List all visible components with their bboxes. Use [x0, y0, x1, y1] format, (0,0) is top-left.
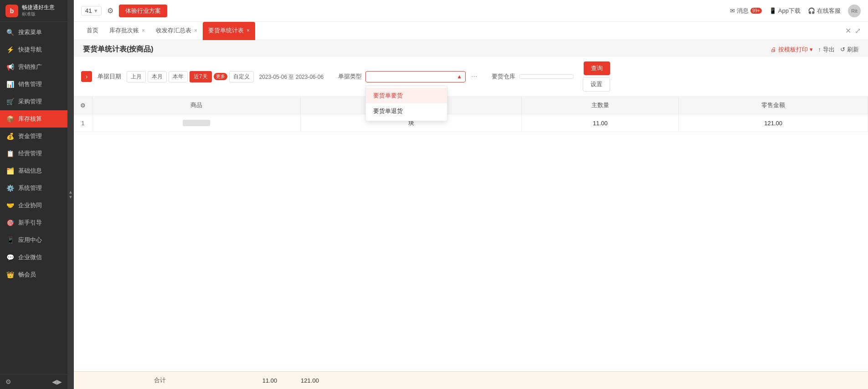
tab-receivable-close-icon[interactable]: ×	[194, 27, 197, 34]
app-version: 标准版	[22, 11, 55, 17]
app-download-button[interactable]: 📱 App下载	[769, 7, 801, 15]
inventory-icon: 📦	[5, 114, 15, 123]
date-last-month-btn[interactable]: 上月	[127, 71, 146, 82]
warehouse-filter-section: 要货仓库	[492, 72, 574, 81]
sidebar-item-wechat[interactable]: 💬 企业微信	[0, 249, 67, 266]
sidebar-item-enterprise[interactable]: 🤝 企业协同	[0, 197, 67, 214]
topbar-settings-icon[interactable]: ⚙	[107, 6, 113, 15]
service-icon: 🎧	[808, 7, 815, 14]
collapse-sidebar-icon[interactable]: ◀▶	[52, 378, 62, 385]
print-chevron-icon: ▾	[810, 46, 813, 53]
topbar-left: 41 ▾ ⚙ 体验行业方案	[81, 5, 167, 17]
th-settings[interactable]: ⚙	[74, 97, 92, 114]
store-selector[interactable]: 41 ▾	[81, 6, 102, 15]
date-this-year-btn[interactable]: 本年	[169, 71, 188, 82]
type-select[interactable]	[365, 71, 466, 82]
tab-home[interactable]: 首页	[81, 22, 104, 40]
sidebar-nav: 🔍 搜索菜单 ⚡ 快捷导航 📢 营销推广 📊 销售管理 🛒 采购管理 📦 库存核…	[0, 22, 67, 374]
message-button[interactable]: ✉ 消息 99+	[730, 7, 762, 15]
export-label: 导出	[823, 46, 835, 54]
message-label: 消息	[737, 7, 749, 15]
sidebar-item-wechat-label: 企业微信	[18, 253, 42, 261]
user-avatar[interactable]: Rit	[848, 5, 861, 17]
sidebar-item-guide[interactable]: 🎯 新手引导	[0, 214, 67, 231]
tab-batch-account[interactable]: 库存批次账 ×	[104, 22, 150, 40]
tab-batch-account-close-icon[interactable]: ×	[142, 27, 145, 34]
sidebar-item-finance[interactable]: 💰 资金管理	[0, 128, 67, 145]
type-filter-more-icon[interactable]: ···	[471, 72, 477, 81]
set-button[interactable]: 设置	[583, 77, 610, 92]
message-badge: 99+	[750, 8, 762, 14]
tab-order-stats-close-icon[interactable]: ×	[247, 27, 250, 34]
sidebar-item-guide-label: 新手引导	[18, 219, 42, 227]
more-dates-badge[interactable]: 更多	[214, 73, 227, 80]
date-this-month-btn[interactable]: 本月	[148, 71, 167, 82]
date-last-7-days-btn[interactable]: 近7天	[190, 71, 212, 82]
basic-icon: 🗂️	[5, 166, 15, 175]
data-table: ⚙ 商品 主计量单位 主数量 零售金额 1	[74, 97, 868, 132]
dropdown-item-order[interactable]: 要货单要货	[366, 88, 447, 103]
sidebar-item-search[interactable]: 🔍 搜索菜单	[0, 24, 67, 41]
sidebar-item-basic[interactable]: 🗂️ 基础信息	[0, 162, 67, 179]
footer-label: 合计	[81, 376, 166, 384]
warehouse-input[interactable]	[519, 74, 574, 79]
dropdown-item-return[interactable]: 要货单退货	[366, 103, 447, 119]
expand-tabs-icon[interactable]: ⤢	[855, 26, 861, 35]
refresh-button[interactable]: ↺ 刷新	[840, 46, 859, 54]
trial-button[interactable]: 体验行业方案	[119, 5, 167, 17]
filter-right-buttons: 查询 设置	[583, 61, 610, 92]
sidebar-item-app-center[interactable]: 📱 应用中心	[0, 231, 67, 249]
sidebar-item-marketing[interactable]: 📢 营销推广	[0, 58, 67, 76]
date-filter-group: 上月 本月 本年 近7天 更多 自定义	[127, 71, 254, 82]
row-num: 1	[74, 114, 92, 132]
table-body: 1 块 11.00 121.00	[74, 114, 868, 132]
type-filter-section: 单据类型 ▲ ··· 要货单要货 要货单退货	[338, 71, 477, 82]
tab-order-stats[interactable]: 要货单统计表 ×	[203, 22, 255, 40]
sidebar-item-purchase[interactable]: 🛒 采购管理	[0, 93, 67, 110]
product-placeholder	[183, 120, 210, 126]
row-quantity: 11.00	[522, 114, 679, 132]
close-all-tabs-icon[interactable]: ✕	[845, 26, 851, 35]
settings-gear-icon[interactable]: ⚙	[5, 378, 11, 385]
print-button[interactable]: 🖨 按模板打印 ▾	[770, 46, 813, 54]
row-amount: 121.00	[679, 114, 868, 132]
th-amount: 零售金额	[679, 97, 868, 114]
member-icon: 👑	[5, 270, 15, 279]
online-service-label: 在线客服	[817, 7, 841, 15]
sidebar-item-member-label: 畅会员	[18, 271, 36, 279]
date-custom-btn[interactable]: 自定义	[229, 71, 254, 82]
sidebar-item-member[interactable]: 👑 畅会员	[0, 266, 67, 283]
type-filter-label: 单据类型	[338, 72, 362, 81]
sidebar-item-system[interactable]: ⚙️ 系统管理	[0, 179, 67, 197]
online-service-button[interactable]: 🎧 在线客服	[808, 7, 841, 15]
page-title: 要货单统计表(按商品)	[83, 45, 154, 54]
operation-icon: 📋	[5, 149, 15, 158]
filter-expand-button[interactable]: ›	[81, 71, 92, 82]
sidebar-item-sales-label: 销售管理	[18, 80, 42, 88]
page-header-actions: 🖨 按模板打印 ▾ ↑ 导出 ↺ 刷新	[770, 46, 859, 54]
sidebar-scroll-handle[interactable]: ▲▼	[67, 0, 74, 389]
app-center-icon: 📱	[5, 235, 15, 245]
sidebar-item-inventory[interactable]: 📦 库存核算	[0, 110, 67, 128]
date-range-display: 2023-05-06 至 2023-06-06	[259, 72, 324, 81]
row-product	[92, 114, 301, 132]
sidebar-item-enterprise-label: 企业协同	[18, 201, 42, 210]
app-name: 畅捷通好生意	[22, 4, 55, 11]
footer-amount: 121.00	[292, 377, 328, 384]
sidebar-item-operation[interactable]: 📋 经营管理	[0, 145, 67, 162]
sidebar-item-quick-nav[interactable]: ⚡ 快捷导航	[0, 41, 67, 58]
sidebar-bottom: ⚙ ◀▶	[0, 374, 67, 389]
query-button[interactable]: 查询	[584, 61, 610, 75]
quick-nav-icon: ⚡	[5, 45, 15, 54]
app-download-label: App下载	[778, 7, 801, 15]
sidebar-item-app-center-label: 应用中心	[18, 236, 42, 244]
sidebar-item-sales[interactable]: 📊 销售管理	[0, 76, 67, 93]
export-button[interactable]: ↑ 导出	[818, 46, 835, 54]
sidebar-item-inventory-label: 库存核算	[18, 115, 42, 123]
message-icon: ✉	[730, 7, 735, 14]
tab-receivable-summary[interactable]: 收发存汇总表 ×	[150, 22, 203, 40]
finance-icon: 💰	[5, 132, 15, 141]
page-content: 要货单统计表(按商品) 🖨 按模板打印 ▾ ↑ 导出 ↺ 刷新 ›	[74, 40, 868, 389]
topbar-right: ✉ 消息 99+ 📱 App下载 🎧 在线客服 Rit	[730, 5, 861, 17]
sidebar-item-purchase-label: 采购管理	[18, 97, 42, 106]
